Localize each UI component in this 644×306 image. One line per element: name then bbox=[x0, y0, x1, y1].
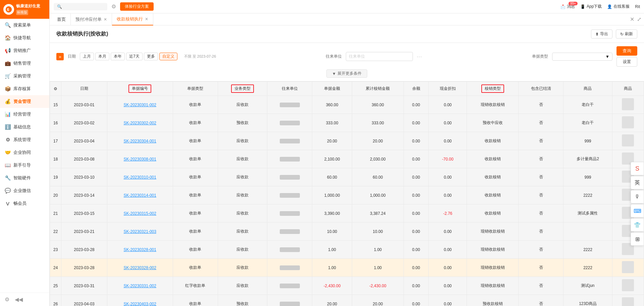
float-s-icon[interactable]: S bbox=[631, 162, 644, 175]
row-include-settled: 否 bbox=[519, 114, 564, 132]
company-input[interactable]: 往来单位 bbox=[346, 52, 413, 61]
float-keyboard-icon[interactable]: ⌨ bbox=[631, 204, 644, 218]
float-shirt-icon[interactable]: 👕 bbox=[631, 218, 644, 232]
industry-btn[interactable]: 体验行业方案 bbox=[120, 2, 154, 11]
collapse-footer-btn[interactable]: ◀◀ bbox=[15, 296, 23, 303]
sidebar-item-inventory[interactable]: 📦 库存核算 bbox=[0, 82, 49, 95]
select-arrow-icon: ▼ bbox=[605, 54, 609, 59]
table-row: 16 2023-03-02 SK-20230302-002 收款单 预收款 33… bbox=[50, 114, 644, 132]
row-verify-type: 收款核销 bbox=[467, 204, 519, 223]
filter-dots[interactable]: ··· bbox=[417, 54, 422, 59]
topbar-notice[interactable]: 📩 消息 99+ bbox=[560, 4, 575, 9]
sidebar-label-guide: 新手引导 bbox=[13, 162, 31, 168]
sidebar-item-purchase[interactable]: 🛒 采购管理 bbox=[0, 70, 49, 82]
float-english-icon[interactable]: 英 bbox=[631, 176, 644, 189]
sidebar-label-inventory: 库存核算 bbox=[13, 86, 31, 92]
row-biz-type: 应收款 bbox=[218, 259, 267, 277]
tab-prepay[interactable]: 预付冲应付单 ✕ bbox=[71, 13, 112, 25]
row-product2 bbox=[612, 96, 644, 114]
row-discount: 0.00 bbox=[429, 277, 467, 295]
sidebar-label-collab: 企业协同 bbox=[13, 149, 31, 156]
filter-collapse-btn[interactable]: » bbox=[56, 53, 64, 60]
sidebar-item-member[interactable]: V 畅会员 bbox=[0, 197, 49, 210]
date-btn-more[interactable]: 更多 bbox=[144, 53, 158, 60]
tab-collection[interactable]: 收款核销执行 ✕ bbox=[112, 13, 153, 25]
sidebar-item-hardware[interactable]: 🔧 智能硬件 bbox=[0, 172, 49, 184]
topbar-right: 📩 消息 99+ 📱 App下载 👤 在线客服 Rit bbox=[560, 4, 640, 9]
export-btn[interactable]: ⬆ 导出 bbox=[591, 29, 612, 39]
guide-icon: 📖 bbox=[5, 162, 11, 168]
tab-expand[interactable]: ⤢ bbox=[637, 16, 641, 22]
topbar-search[interactable]: 🔍 bbox=[54, 3, 107, 10]
row-order-no: SK-20230315-002 bbox=[107, 204, 173, 223]
th-verify-type: 核销类型 bbox=[467, 82, 519, 96]
tab-home[interactable]: 首页 bbox=[52, 13, 71, 25]
date-btn-custom[interactable]: 自定义 bbox=[159, 53, 177, 60]
row-order-type: 收款单 bbox=[173, 259, 218, 277]
table-row: 24 2023-03-28 SK-20230328-002 收款单 应收款 1.… bbox=[50, 259, 644, 277]
management-icon: 📊 bbox=[5, 111, 11, 117]
refresh-btn[interactable]: ↻ 刷新 bbox=[616, 29, 637, 39]
date-btn-thisyear[interactable]: 本年 bbox=[111, 53, 125, 60]
sidebar-item-management[interactable]: 📊 经营管理 bbox=[0, 108, 49, 121]
row-date: 2023-03-04 bbox=[61, 132, 107, 150]
date-btn-lastmonth[interactable]: 上月 bbox=[80, 53, 94, 60]
row-verified: 2,030.00 bbox=[352, 150, 404, 168]
table-row: 21 2023-03-15 SK-20230315-002 收款单 应收款 3,… bbox=[50, 204, 644, 223]
sidebar-item-search[interactable]: 🔍 搜索菜单 bbox=[0, 19, 49, 32]
row-product2 bbox=[612, 259, 644, 277]
row-order-type: 收款单 bbox=[173, 223, 218, 241]
date-btn-7days[interactable]: 近7天 bbox=[126, 53, 143, 60]
row-company bbox=[267, 96, 312, 114]
row-verified: 360.00 bbox=[352, 96, 404, 114]
row-date: 2023-03-28 bbox=[61, 259, 107, 277]
row-biz-type: 预收款 bbox=[218, 295, 267, 306]
th-gear[interactable]: ⚙ bbox=[50, 82, 61, 96]
row-date: 2023-04-03 bbox=[61, 295, 107, 306]
row-order-type: 收款单 bbox=[173, 204, 218, 223]
row-include-settled: 否 bbox=[519, 204, 564, 223]
topbar-gear-icon[interactable]: ⚙ bbox=[111, 3, 116, 10]
sidebar-item-marketing[interactable]: 📢 营销推广 bbox=[0, 44, 49, 57]
setting-btn[interactable]: 设置 bbox=[616, 57, 637, 67]
topbar-online-service[interactable]: 👤 在线客服 bbox=[607, 4, 630, 9]
tab-collection-close[interactable]: ✕ bbox=[145, 17, 148, 21]
float-apps-icon[interactable]: ⊞ bbox=[631, 232, 644, 246]
notice-icon: 📩 bbox=[560, 4, 566, 9]
row-amount: -2,430.00 bbox=[312, 277, 352, 295]
topbar-username[interactable]: Rit bbox=[635, 4, 640, 9]
date-btn-thismonth[interactable]: 本月 bbox=[95, 53, 109, 60]
row-date: 2023-03-14 bbox=[61, 186, 107, 204]
sidebar-item-guide[interactable]: 📖 新手引导 bbox=[0, 159, 49, 172]
row-biz-type: 应收款 bbox=[218, 132, 267, 150]
row-verified: 20.00 bbox=[352, 132, 404, 150]
settings-footer-btn[interactable]: ⚙ bbox=[5, 296, 9, 303]
marketing-icon: 📢 bbox=[5, 48, 11, 54]
filter-bar: » 日期 上月 本月 本年 近7天 更多 自定义 不限 至 2023-07-26… bbox=[50, 43, 644, 81]
sidebar-item-wechat[interactable]: 💬 企业微信 bbox=[0, 184, 49, 197]
row-include-settled: 否 bbox=[519, 295, 564, 306]
row-biz-type: 应收款 bbox=[218, 204, 267, 223]
float-mic-icon[interactable]: 🎙 bbox=[631, 190, 644, 203]
row-verify-type: 现销收款核销 bbox=[467, 277, 519, 295]
expand-more-btn[interactable]: ▼ 展开更多条件 bbox=[326, 69, 367, 78]
row-balance: 0.00 bbox=[404, 168, 428, 186]
sidebar-item-sales[interactable]: 💼 销售管理 bbox=[0, 57, 49, 70]
sidebar-item-quicknav[interactable]: 🏠 快捷导航 bbox=[0, 32, 49, 44]
sidebar-item-collab[interactable]: 🤝 企业协同 bbox=[0, 146, 49, 159]
sidebar-item-system[interactable]: ⚙ 系统管理 bbox=[0, 133, 49, 146]
sidebar-item-basic[interactable]: ℹ️ 基础信息 bbox=[0, 121, 49, 133]
app-icon: 📱 bbox=[580, 4, 585, 9]
tab-close-all[interactable]: ✕ bbox=[630, 16, 634, 22]
row-amount: 2,100.00 bbox=[312, 150, 352, 168]
query-btn[interactable]: 查询 bbox=[616, 46, 637, 56]
row-order-type: 收款单 bbox=[173, 295, 218, 306]
row-order-type: 收款单 bbox=[173, 241, 218, 259]
row-id: 26 bbox=[50, 295, 61, 306]
row-verify-type: 预收款核销 bbox=[467, 295, 519, 306]
tab-prepay-close[interactable]: ✕ bbox=[104, 17, 107, 22]
row-product bbox=[564, 223, 612, 241]
sidebar-item-finance[interactable]: 💰 资金管理 bbox=[0, 95, 49, 108]
topbar-app-download[interactable]: 📱 App下载 bbox=[580, 4, 602, 9]
receipt-type-select[interactable]: ▼ bbox=[552, 53, 612, 61]
